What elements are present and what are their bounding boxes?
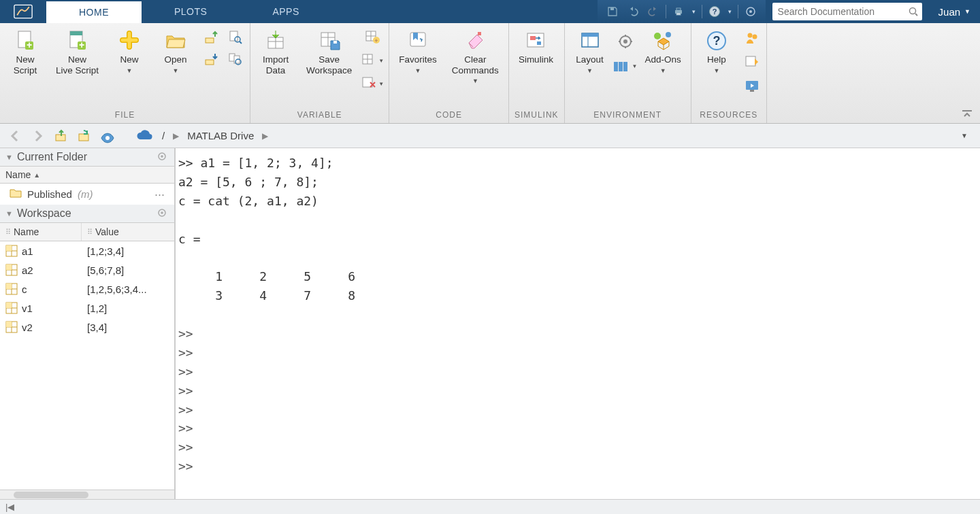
download-icon[interactable] — [202, 50, 220, 68]
svg-text:+: + — [78, 39, 84, 50]
collapse-icon[interactable]: ▼ — [5, 153, 13, 161]
svg-rect-93 — [6, 303, 12, 308]
nav-up-icon[interactable] — [52, 126, 71, 145]
import-data-button[interactable]: Import Data — [256, 26, 295, 78]
preferences-icon[interactable] — [617, 33, 634, 50]
ws-value-column[interactable]: ⠿Value — [82, 223, 125, 241]
gear-icon[interactable] — [157, 151, 169, 163]
ribbon: + New Script + New Live Script New▼ Open… — [0, 23, 980, 124]
search-input[interactable] — [772, 6, 904, 17]
compare-icon[interactable] — [227, 50, 244, 68]
svg-rect-15 — [70, 31, 82, 35]
ribbon-group-code: Favorites▼ Clear Commands▼ CODE — [389, 23, 509, 123]
layout-button[interactable]: Layout▼ — [570, 26, 610, 77]
help-dropdown[interactable]: ▾ — [727, 3, 734, 20]
print-icon[interactable] — [670, 3, 687, 20]
new-script-button[interactable]: + New Script — [5, 26, 45, 78]
status-bar: |◀ — [0, 499, 980, 514]
path-drive[interactable]: MATLAB Drive — [183, 130, 258, 141]
svg-text:?: ? — [712, 7, 717, 16]
tab-plots[interactable]: PLOTS — [142, 0, 240, 23]
workspace-var-a2[interactable]: a2[5,6;7,8] — [0, 260, 174, 279]
horizontal-scrollbar[interactable] — [0, 490, 174, 499]
ribbon-group-file: + New Script + New Live Script New▼ Open… — [0, 23, 250, 123]
main-tabs: HOME PLOTS APPS — [46, 0, 332, 23]
help-icon[interactable]: ? — [706, 3, 723, 20]
ws-name-column[interactable]: ⠿Name — [0, 223, 82, 241]
new-button[interactable]: New▼ — [110, 26, 149, 77]
svg-point-73 — [105, 136, 110, 140]
request-support-icon[interactable] — [743, 53, 761, 71]
path-bar: / ▶ MATLAB Drive ▶ ▼ — [0, 124, 980, 148]
path-dropdown[interactable]: ▼ — [954, 132, 975, 139]
nav-reload-icon[interactable] — [75, 126, 94, 145]
workspace-var-a1[interactable]: a1[1,2;3,4] — [0, 241, 174, 260]
breadcrumb-sep-icon[interactable]: ▶ — [262, 131, 268, 141]
current-folder-header[interactable]: ▼ Current Folder — [0, 148, 174, 167]
gear-icon[interactable] — [157, 207, 169, 220]
eraser-icon — [463, 29, 487, 53]
svg-rect-57 — [614, 62, 618, 71]
simulink-button[interactable]: Simulink — [514, 26, 557, 68]
collapse-ribbon-icon[interactable] — [954, 23, 980, 123]
cmd-line: c = cat (2, a1, a2) — [178, 192, 975, 211]
svg-rect-59 — [623, 62, 627, 71]
svg-point-8 — [749, 10, 752, 13]
favorites-icon — [406, 29, 430, 53]
open-variable-icon[interactable]: ▼ — [363, 52, 383, 69]
user-menu[interactable]: Juan▼ — [929, 0, 980, 23]
nav-forward-icon[interactable] — [29, 126, 48, 145]
open-button[interactable]: Open▼ — [156, 26, 195, 77]
workspace-var-v2[interactable]: v2[3,4] — [0, 318, 174, 337]
learn-icon[interactable] — [743, 78, 761, 95]
save-workspace-button[interactable]: Save Workspace — [302, 26, 356, 78]
qat-dropdown[interactable]: ▾ — [691, 3, 698, 20]
clear-commands-button[interactable]: Clear Commands▼ — [448, 26, 503, 87]
ribbon-group-variable: Import Data Save Workspace + ▼ ▼ VARIABL… — [250, 23, 389, 123]
upload-icon[interactable] — [202, 29, 220, 46]
cmd-prompt: >> — [178, 457, 975, 476]
nav-back-icon[interactable] — [5, 126, 24, 145]
collapse-icon[interactable]: ▼ — [5, 209, 13, 218]
breadcrumb-sep-icon: ▶ — [173, 131, 179, 141]
cf-name-column[interactable]: Name▲ — [0, 167, 174, 184]
svg-point-65 — [752, 35, 757, 39]
favorites-button[interactable]: Favorites▼ — [395, 26, 441, 77]
addons-button[interactable]: Add-Ons▼ — [641, 26, 685, 77]
folder-published[interactable]: Published (m) ⋯ — [0, 184, 174, 205]
save-icon[interactable] — [604, 3, 621, 20]
cmd-matrix-row: 3 4 7 8 — [178, 286, 975, 305]
workspace-var-c[interactable]: c[1,2,5,6;3,4... — [0, 279, 174, 298]
search-icon[interactable] — [904, 6, 922, 17]
svg-rect-44 — [478, 32, 481, 35]
set-path-icon[interactable]: ▼ — [617, 57, 634, 75]
undo-icon[interactable] — [625, 3, 641, 20]
svg-rect-47 — [537, 41, 541, 45]
status-start-icon[interactable]: |◀ — [5, 502, 14, 512]
find-files-icon[interactable] — [227, 29, 244, 46]
clear-workspace-icon[interactable]: ▼ — [363, 75, 383, 92]
svg-rect-32 — [333, 41, 337, 44]
search-box[interactable] — [772, 3, 922, 20]
path-root[interactable]: / — [158, 130, 169, 141]
workspace-header[interactable]: ▼ Workspace — [0, 205, 174, 223]
cloud-icon[interactable] — [135, 126, 154, 145]
svg-text:?: ? — [713, 34, 720, 48]
community-icon[interactable] — [743, 29, 761, 46]
more-icon[interactable]: ⋯ — [154, 188, 165, 201]
svg-rect-19 — [206, 60, 214, 65]
tab-apps[interactable]: APPS — [240, 0, 331, 23]
nav-browse-icon[interactable] — [98, 126, 117, 145]
svg-rect-69 — [750, 90, 754, 92]
redo-icon[interactable] — [645, 3, 662, 20]
target-icon[interactable] — [742, 3, 759, 20]
svg-point-64 — [747, 33, 752, 38]
folder-icon — [10, 188, 22, 201]
help-button[interactable]: ? Help▼ — [697, 26, 736, 77]
tab-home[interactable]: HOME — [46, 0, 142, 23]
svg-rect-85 — [6, 264, 12, 270]
new-live-script-button[interactable]: + New Live Script — [52, 26, 103, 78]
command-window[interactable]: >> a1 = [1, 2; 3, 4]; a2 = [5, 6 ; 7, 8]… — [176, 148, 980, 499]
new-variable-icon[interactable]: + — [363, 29, 383, 46]
workspace-var-v1[interactable]: v1[1,2] — [0, 298, 174, 318]
